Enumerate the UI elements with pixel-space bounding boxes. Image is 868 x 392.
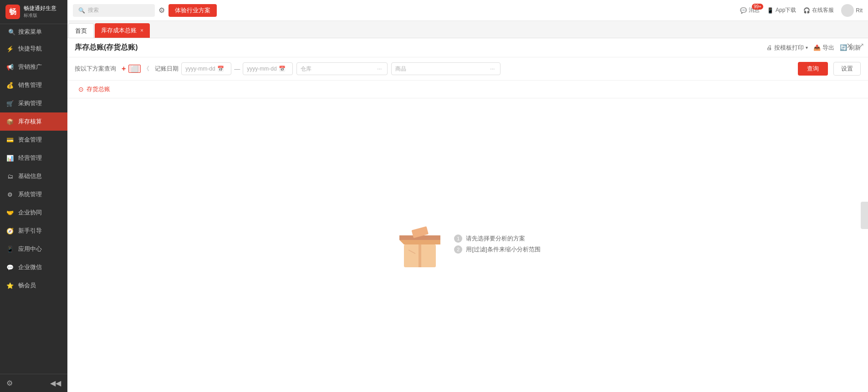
user-menu-btn[interactable]: Rit xyxy=(841,4,863,17)
warehouse-more-icon[interactable]: ··· xyxy=(375,66,383,72)
empty-text: 1 请先选择要分析的方案 2 用[过滤]条件来缩小分析范围 xyxy=(454,234,540,256)
export-btn[interactable]: 📤 导出 xyxy=(813,44,834,52)
operation-icon: 📊 xyxy=(5,153,15,163)
app-download-btn[interactable]: 📱 App下载 xyxy=(767,6,796,14)
sub-filter-inventory[interactable]: ⊙ 存货总账 xyxy=(75,83,114,95)
marketing-icon: 📢 xyxy=(5,62,15,71)
system-icon: ⚙ xyxy=(5,190,15,199)
headset-icon: 🎧 xyxy=(803,7,810,14)
enterprise-icon: 🤝 xyxy=(5,208,15,217)
export-icon: 📤 xyxy=(813,44,821,51)
message-icon: 💬 xyxy=(740,7,747,14)
sidebar-item-vip[interactable]: ⭐ 畅会员 xyxy=(0,276,67,295)
tab-close-btn[interactable]: × xyxy=(140,27,143,34)
product-more-icon[interactable]: ··· xyxy=(488,66,496,72)
sidebar-item-purchase[interactable]: 🛒 采购管理 xyxy=(0,94,67,112)
warehouse-select[interactable]: 仓库 ··· xyxy=(296,62,388,75)
empty-hint-2: 2 用[过滤]条件来缩小分析范围 xyxy=(454,245,540,254)
print-icon: 🖨 xyxy=(766,44,772,51)
message-btn[interactable]: 💬 消息 99+ xyxy=(740,6,760,14)
tab-home[interactable]: 首页 xyxy=(68,23,94,38)
main-area: 🔍 搜索 ⚙ 体验行业方案 💬 消息 99+ 📱 App下载 🎧 在线客服 xyxy=(67,0,868,392)
empty-state-content: 1 请先选择要分析的方案 2 用[过滤]条件来缩小分析范围 xyxy=(395,223,540,268)
inventory-icon: 📦 xyxy=(5,117,15,126)
sidebar-item-app-center[interactable]: 📱 应用中心 xyxy=(0,240,67,258)
calendar-end-icon: 📅 xyxy=(279,66,286,72)
sidebar-item-system[interactable]: ⚙ 系统管理 xyxy=(0,185,67,204)
top-header: 🔍 搜索 ⚙ 体验行业方案 💬 消息 99+ 📱 App下载 🎧 在线客服 xyxy=(67,0,868,21)
header-gear-icon[interactable]: ⚙ xyxy=(158,6,165,15)
basic-icon: 🗂 xyxy=(5,172,15,181)
app-logo-text: 畅捷通好生意 标准版 xyxy=(24,5,56,19)
filter-date-item: 记账日期 yyyy-mm-dd 📅 — yyyy-mm-dd 📅 xyxy=(155,62,293,75)
sidebar-item-sales[interactable]: 💰 销售管理 xyxy=(0,76,67,94)
header-left: 🔍 搜索 ⚙ 体验行业方案 xyxy=(73,4,217,17)
page-header: 库存总账(存货总账) 🖨 按模板打印 ▾ 📤 导出 🔄 刷新 xyxy=(67,38,868,57)
sidebar-item-marketing[interactable]: 📢 营销推广 xyxy=(0,58,67,76)
app-logo-icon: 畅 xyxy=(5,5,20,19)
filter-product-item: 商品 ··· xyxy=(391,62,500,75)
sidebar-nav: ⚡ 快捷导航 📢 营销推广 💰 销售管理 🛒 采购管理 📦 库存核算 💳 资金管… xyxy=(0,40,67,374)
content-top-right-actions: ✕ ⤢ xyxy=(842,38,868,54)
online-service-btn[interactable]: 🎧 在线客服 xyxy=(803,6,834,14)
filter-label: 按以下方案查询 xyxy=(75,65,116,73)
newbie-icon: 🧭 xyxy=(5,226,15,235)
finance-icon: 💳 xyxy=(5,135,15,144)
query-button[interactable]: 查询 xyxy=(798,62,828,76)
sidebar-item-operation[interactable]: 📊 经营管理 xyxy=(0,149,67,167)
right-panel-handle[interactable] xyxy=(861,202,868,229)
header-right: 💬 消息 99+ 📱 App下载 🎧 在线客服 Rit xyxy=(740,4,863,17)
page-title: 库存总账(存货总账) xyxy=(75,43,138,52)
empty-state: 1 请先选择要分析的方案 2 用[过滤]条件来缩小分析范围 xyxy=(67,98,868,392)
wechat-icon: 💬 xyxy=(5,263,15,272)
industry-btn[interactable]: 体验行业方案 xyxy=(168,4,217,17)
sidebar-item-newbie[interactable]: 🧭 新手引导 xyxy=(0,222,67,240)
filter-collapse-btn[interactable]: 《 xyxy=(143,65,149,73)
tab-bar: 首页 库存成本总账 × xyxy=(67,21,868,38)
sidebar-logo: 畅 畅捷通好生意 标准版 xyxy=(0,0,67,24)
search-icon: 🔍 xyxy=(8,29,15,36)
sidebar-footer: ⚙ ◀◀ xyxy=(0,374,67,392)
settings-footer-icon[interactable]: ⚙ xyxy=(6,379,13,387)
sales-icon: 💰 xyxy=(5,81,15,90)
filter-actions: + ⬜ 《 xyxy=(122,65,149,73)
collapse-sidebar-btn[interactable]: ◀◀ xyxy=(50,379,61,387)
calendar-start-icon: 📅 xyxy=(217,66,224,72)
search-icon: 🔍 xyxy=(78,7,85,14)
svg-marker-1 xyxy=(399,240,440,244)
close-panel-btn[interactable]: ✕ xyxy=(846,41,853,51)
quick-nav-icon: ⚡ xyxy=(5,44,15,53)
user-avatar xyxy=(841,4,854,17)
print-dropdown-icon: ▾ xyxy=(806,45,808,50)
filter-warehouse-item: 仓库 ··· xyxy=(296,62,388,75)
date-start-input[interactable]: yyyy-mm-dd 📅 xyxy=(181,62,231,75)
purchase-icon: 🛒 xyxy=(5,99,15,108)
tab-inventory-ledger[interactable]: 库存成本总账 × xyxy=(95,23,150,38)
empty-box-illustration xyxy=(395,223,440,268)
product-select[interactable]: 商品 ··· xyxy=(391,62,500,75)
setting-button[interactable]: 设置 xyxy=(833,62,861,76)
sidebar-item-inventory[interactable]: 📦 库存核算 xyxy=(0,112,67,131)
expand-panel-btn[interactable]: ⤢ xyxy=(858,41,864,51)
top-search-bar[interactable]: 🔍 搜索 xyxy=(73,4,155,17)
content-area: 库存总账(存货总账) 🖨 按模板打印 ▾ 📤 导出 🔄 刷新 按以下方案查 xyxy=(67,38,868,392)
phone-icon: 📱 xyxy=(767,7,774,14)
date-dash: — xyxy=(234,66,240,72)
filter-del-btn[interactable]: ⬜ xyxy=(128,65,141,73)
app-center-icon: 📱 xyxy=(5,244,15,254)
sidebar-item-basic[interactable]: 🗂 基础信息 xyxy=(0,167,67,185)
sub-filter-bar: ⊙ 存货总账 xyxy=(67,81,868,98)
filter-bar: 按以下方案查询 + ⬜ 《 记账日期 yyyy-mm-dd 📅 — yyyy-m… xyxy=(67,57,868,81)
sidebar-item-quick-nav[interactable]: ⚡ 快捷导航 xyxy=(0,40,67,58)
vip-icon: ⭐ xyxy=(5,281,15,290)
filter-row: 记账日期 yyyy-mm-dd 📅 — yyyy-mm-dd 📅 仓库 ··· xyxy=(155,62,792,75)
print-btn[interactable]: 🖨 按模板打印 ▾ xyxy=(766,44,808,52)
sidebar: 畅 畅捷通好生意 标准版 🔍 搜索菜单 ⚡ 快捷导航 📢 营销推广 💰 销售管理… xyxy=(0,0,67,392)
sidebar-item-finance[interactable]: 💳 资金管理 xyxy=(0,131,67,149)
sidebar-search-btn[interactable]: 🔍 搜索菜单 xyxy=(0,24,67,40)
date-end-input[interactable]: yyyy-mm-dd 📅 xyxy=(243,62,293,75)
sidebar-item-enterprise[interactable]: 🤝 企业协同 xyxy=(0,204,67,222)
sub-filter-icon: ⊙ xyxy=(78,86,84,93)
sidebar-item-wechat[interactable]: 💬 企业微信 xyxy=(0,258,67,276)
filter-add-btn[interactable]: + xyxy=(122,65,126,73)
